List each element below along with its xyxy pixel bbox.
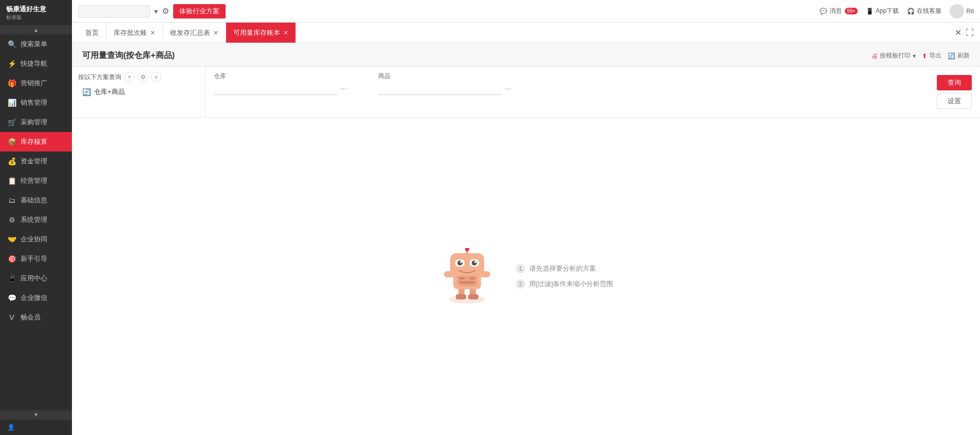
tab-close-icon[interactable]: ✕ xyxy=(213,29,218,36)
window-close-button[interactable]: ✕ xyxy=(955,28,961,37)
tip-text-2: 用[过滤]条件来缩小分析范围 xyxy=(529,279,613,289)
settings-button[interactable]: 设置 xyxy=(937,93,972,109)
tab-home[interactable]: 首页 xyxy=(78,23,106,43)
tab-close-icon[interactable]: ✕ xyxy=(283,29,288,36)
tabbar: 首页库存批次账✕收发存汇总表✕可用量库存账本✕ ✕ ⛶ xyxy=(72,23,980,43)
print-icon: 🖨 xyxy=(872,52,878,60)
sidebar-item-newbie-guide[interactable]: 🎯新手引导 xyxy=(0,249,72,269)
tab-label: 可用量库存账本 xyxy=(233,28,280,37)
sidebar-item-ops-mgmt[interactable]: 📋经营管理 xyxy=(0,171,72,191)
sidebar-item-shortcut[interactable]: ⚡快捷导航 xyxy=(0,54,72,73)
warehouse-input-row: ··· xyxy=(214,83,358,95)
print-dropdown-icon: ▾ xyxy=(913,52,916,60)
enterprise-wechat-icon: 💬 xyxy=(7,293,16,302)
scheme-settings-button[interactable]: ⚙ xyxy=(138,72,148,82)
fund-mgmt-icon: 💰 xyxy=(7,157,16,166)
shortcut-icon: ⚡ xyxy=(7,59,16,68)
header-actions: 🖨 按模板打印 ▾ ⬆ 导出 🔄 刷新 xyxy=(872,51,970,60)
svg-point-14 xyxy=(457,260,463,266)
sidebar-label: 系统管理 xyxy=(21,215,47,224)
sidebar-item-enterprise-collab[interactable]: 🤝企业协同 xyxy=(0,230,72,249)
sidebar-item-inventory-calc[interactable]: 📦库存核算 xyxy=(0,132,72,152)
sales-mgmt-icon: 📊 xyxy=(7,98,16,107)
window-expand-button[interactable]: ⛶ xyxy=(966,28,974,37)
refresh-button[interactable]: 🔄 刷新 xyxy=(948,51,970,60)
query-button[interactable]: 查询 xyxy=(937,75,972,90)
tab-recv-summary[interactable]: 收发存汇总表✕ xyxy=(163,23,226,43)
svg-point-19 xyxy=(465,248,469,251)
svg-point-0 xyxy=(449,295,485,304)
sidebar-label: 畅会员 xyxy=(21,313,41,322)
sidebar-label: 搜索菜单 xyxy=(21,40,47,49)
sidebar-item-marketing-promo[interactable]: 🎁营销推广 xyxy=(0,73,72,93)
sidebar-item-purchase-mgmt[interactable]: 🛒采购管理 xyxy=(0,112,72,132)
sidebar-item-base-info[interactable]: 🗂基础信息 xyxy=(0,191,72,210)
sidebar-label: 经营管理 xyxy=(21,176,47,185)
sidebar-item-enterprise-wechat[interactable]: 💬企业微信 xyxy=(0,288,72,308)
headset-icon: 🎧 xyxy=(907,8,915,15)
scheme-icon: 🔄 xyxy=(82,88,91,96)
tab-batch-account[interactable]: 库存批次账✕ xyxy=(106,23,163,43)
filter-header-label: 按以下方案查询 xyxy=(78,73,121,82)
inventory-calc-icon: 📦 xyxy=(7,137,16,146)
tab-available-ledger[interactable]: 可用量库存账本✕ xyxy=(226,23,296,43)
goods-input[interactable] xyxy=(378,83,502,95)
add-scheme-button[interactable]: + xyxy=(124,72,135,82)
sidebar-label: 新手引导 xyxy=(21,254,47,263)
goods-field: 商品 ··· xyxy=(378,72,522,95)
tip-item-2: 2 用[过滤]条件来缩小分析范围 xyxy=(516,279,613,289)
tab-label: 首页 xyxy=(85,28,99,37)
topbar-gear-icon[interactable]: ⚙ xyxy=(162,6,169,16)
topbar: ▾ ⚙ 体验行业方案 💬 消息 99+ 📱 App下载 🎧 在线客服 Rit xyxy=(72,0,980,23)
sidebar-label: 基础信息 xyxy=(21,196,47,205)
filter-header: 按以下方案查询 + ⚙ « xyxy=(78,72,199,82)
tip-num-1: 1 xyxy=(516,264,525,273)
user-avatar-button[interactable]: Rit xyxy=(950,4,974,18)
sidebar-label: 销售管理 xyxy=(21,98,47,107)
topbar-search-input[interactable] xyxy=(78,5,150,17)
sys-mgmt-icon: ⚙ xyxy=(7,215,16,224)
svg-rect-6 xyxy=(457,275,477,286)
svg-rect-4 xyxy=(468,294,478,299)
tab-close-icon[interactable]: ✕ xyxy=(150,29,155,36)
print-template-button[interactable]: 🖨 按模板打印 ▾ xyxy=(872,51,916,60)
sidebar-item-search[interactable]: 🔍搜索菜单 xyxy=(0,34,72,54)
goods-label: 商品 xyxy=(378,72,522,81)
sidebar-scroll-down[interactable]: ▼ xyxy=(0,410,72,419)
topbar-dropdown-icon[interactable]: ▾ xyxy=(154,7,158,15)
sidebar-label: 应用中心 xyxy=(21,274,47,283)
export-button[interactable]: ⬆ 导出 xyxy=(922,51,941,60)
warehouse-more-button[interactable]: ··· xyxy=(340,84,347,93)
sidebar: 畅康通好生意 标准版 ▲ 🔍搜索菜单⚡快捷导航🎁营销推广📊销售管理🛒采购管理📦库… xyxy=(0,0,72,435)
sidebar-item-sales-mgmt[interactable]: 📊销售管理 xyxy=(0,93,72,112)
message-button[interactable]: 💬 消息 99+ xyxy=(820,7,858,15)
sidebar-bottom-user[interactable]: 👤 xyxy=(0,419,72,435)
sidebar-item-vip-member[interactable]: V畅会员 xyxy=(0,308,72,327)
svg-rect-21 xyxy=(480,271,490,277)
sidebar-item-sys-mgmt[interactable]: ⚙系统管理 xyxy=(0,210,72,230)
warehouse-input[interactable] xyxy=(214,83,337,95)
filter-scheme-list: 按以下方案查询 + ⚙ « 🔄 仓库+商品 xyxy=(72,67,206,117)
app-download-button[interactable]: 📱 App下载 xyxy=(866,7,899,15)
online-service-button[interactable]: 🎧 在线客服 xyxy=(907,7,941,15)
vip-member-icon: V xyxy=(7,313,16,322)
sidebar-scroll-up[interactable]: ▲ xyxy=(0,26,72,34)
sidebar-item-app-center[interactable]: 📱应用中心 xyxy=(0,269,72,288)
industry-solution-button[interactable]: 体验行业方案 xyxy=(173,4,226,18)
tab-window-controls: ✕ ⛶ xyxy=(955,28,974,37)
page-title: 可用量查询(按仓库+商品) xyxy=(82,50,175,61)
svg-point-17 xyxy=(474,261,476,263)
message-icon: 💬 xyxy=(820,8,827,15)
export-icon: ⬆ xyxy=(922,52,927,60)
sidebar-label: 企业微信 xyxy=(21,293,47,302)
tip-text-1: 请先选择要分析的方案 xyxy=(529,264,596,273)
sidebar-item-fund-mgmt[interactable]: 💰资金管理 xyxy=(0,152,72,171)
scheme-label: 仓库+商品 xyxy=(94,87,125,97)
filter-fields: 仓库 ··· 商品 ··· 查询 设置 xyxy=(206,67,980,117)
scheme-item-warehouse-goods[interactable]: 🔄 仓库+商品 xyxy=(78,85,199,99)
collapse-button[interactable]: « xyxy=(151,72,161,82)
empty-illustration xyxy=(439,248,495,305)
avatar xyxy=(950,4,964,18)
goods-more-button[interactable]: ··· xyxy=(505,84,511,93)
svg-rect-20 xyxy=(444,271,454,277)
